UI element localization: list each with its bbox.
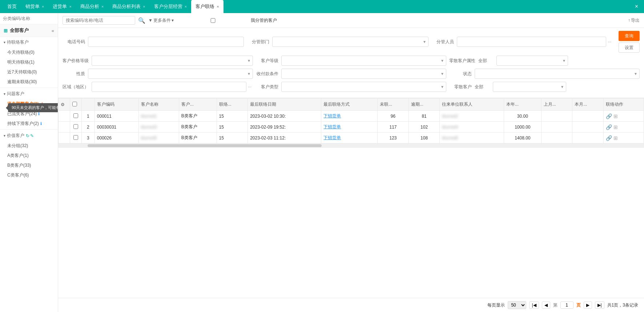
close-sales-tab[interactable]: ×	[42, 4, 44, 9]
sidebar-item-b-class[interactable]: B类客户(33)	[0, 161, 58, 170]
person-dots[interactable]: ···	[606, 39, 613, 44]
person-input[interactable]	[457, 37, 606, 47]
uncontacted-col-header[interactable]: 未联...	[378, 98, 409, 111]
row-last-way-2[interactable]: 下销货单	[321, 133, 378, 143]
unit-contact-col-header[interactable]: 往来单位联系人	[440, 98, 504, 111]
checkbox-col-header[interactable]	[70, 98, 82, 111]
region-input[interactable]	[92, 82, 246, 92]
name-col-header[interactable]: 客户名称	[138, 98, 179, 111]
sidebar-item-declining[interactable]: 持续下滑客户(2) ℹ	[0, 119, 58, 129]
row-unit-contact-1: blurred4	[440, 122, 504, 133]
close-analysis-list-tab[interactable]: ×	[143, 4, 145, 9]
row-checkbox-input-2[interactable]	[73, 135, 78, 140]
sidebar-item-churn-risk[interactable]: 流失预警客户(3) ⚠	[0, 99, 58, 109]
sidebar-item-week[interactable]: 近7天待联络(0)	[0, 67, 58, 77]
close-customer-link-tab[interactable]: ×	[217, 4, 219, 9]
row-checkbox-input-1[interactable]	[73, 124, 78, 129]
this-month-col-header[interactable]: 本月...	[572, 98, 604, 111]
refresh-icon[interactable]: ↻	[26, 133, 29, 138]
tab-customer-link[interactable]: 客户联络 ×	[191, 0, 223, 13]
tab-analysis[interactable]: 商品分析 ×	[76, 0, 108, 13]
action-grid-icon-2[interactable]: ⊞	[613, 135, 618, 141]
row-last-way-0[interactable]: 下销货单	[321, 111, 378, 122]
sidebar-item-churned[interactable]: 已流失客户(24) ℹ	[0, 109, 58, 119]
my-customers-checkbox[interactable]	[177, 18, 249, 23]
sidebar-item-tomorrow[interactable]: 明天待联络(1)	[0, 57, 58, 67]
row-last-way-1[interactable]: 下销货单	[321, 122, 378, 133]
tab-sales[interactable]: 销货单 ×	[21, 0, 48, 13]
filter-price-level: 客户价格等级	[63, 56, 253, 66]
price-level-select[interactable]	[92, 56, 253, 66]
tab-home[interactable]: 首页	[3, 0, 21, 13]
zero-attr-select[interactable]	[496, 56, 568, 66]
payment-label: 收付款条件	[256, 71, 281, 77]
payment-select[interactable]	[281, 69, 446, 79]
this-year-col-header[interactable]: 本年...	[504, 98, 541, 111]
sidebar-item-overdue-pending[interactable]: 逾期未联络(30)	[0, 77, 58, 87]
level-select[interactable]	[281, 56, 446, 66]
sidebar-group-problem[interactable]: ▾ 问题客户	[0, 89, 58, 99]
select-all-checkbox[interactable]	[72, 102, 77, 106]
query-button[interactable]: 查询	[619, 31, 640, 41]
contact-col-header[interactable]: 联络...	[217, 98, 248, 111]
first-page-button[interactable]: |◀	[529, 301, 539, 309]
action-link-icon-1[interactable]: 🔗	[606, 124, 612, 130]
settings-button[interactable]: 设置	[619, 42, 640, 53]
close-purchase-tab[interactable]: ×	[69, 4, 71, 9]
arrow-icon-2: ▾	[4, 92, 5, 96]
row-checkbox-1[interactable]	[70, 122, 82, 133]
code-col-header[interactable]: 客户编码	[94, 98, 138, 111]
collapse-icon[interactable]: «	[52, 28, 54, 33]
last-page-button[interactable]: ▶|	[595, 301, 604, 309]
action-grid-icon-0[interactable]: ⊞	[613, 113, 618, 119]
settings-col-header[interactable]: ⚙	[59, 98, 70, 111]
region-dots[interactable]: ···	[246, 84, 253, 89]
sidebar-search-icon[interactable]: 🔍	[57, 16, 58, 21]
sidebar-item-c-class[interactable]: C类客户(6)	[0, 170, 58, 180]
sidebar-group-value[interactable]: ▾ 价值客户 ↻ ✎	[0, 130, 58, 141]
more-conditions-button[interactable]: ▼ 更多条件 ▾	[148, 17, 174, 24]
nature-select[interactable]	[88, 69, 253, 79]
overdue-col-header[interactable]: 逾期...	[408, 98, 440, 111]
sidebar-all-customers[interactable]: ⊞ 全部客户 «	[0, 24, 58, 37]
close-analysis-tab[interactable]: ×	[101, 4, 104, 9]
arrow-icon: ▾	[4, 40, 5, 44]
sidebar-item-ungroup[interactable]: 未分组(32)	[0, 141, 58, 151]
phone-input[interactable]	[88, 37, 244, 47]
action-link-icon-0[interactable]: 🔗	[606, 113, 612, 119]
row-checkbox-0[interactable]	[70, 111, 82, 122]
sidebar-item-a-class[interactable]: A类客户(1)	[0, 151, 58, 161]
last-month-col-header[interactable]: 上月...	[541, 98, 572, 111]
sidebar-search-input[interactable]	[3, 16, 57, 21]
zero-customer-select[interactable]	[493, 82, 566, 92]
tab-purchase[interactable]: 进货单 ×	[48, 0, 76, 13]
prev-page-button[interactable]: ◀	[542, 301, 550, 309]
close-customer-segment-tab[interactable]: ×	[185, 4, 187, 9]
edit-icon[interactable]: ✎	[30, 133, 34, 138]
page-number-input[interactable]	[560, 301, 573, 309]
status-select[interactable]	[475, 69, 640, 79]
type-col-header[interactable]: 客户...	[179, 98, 217, 111]
per-page-select[interactable]: 50 20 100 200	[508, 301, 526, 309]
my-customers-checkbox-label[interactable]: 我分管的客户	[177, 17, 277, 24]
row-checkbox-input-0[interactable]	[73, 113, 78, 118]
scrollbar-thumb[interactable]	[88, 144, 322, 147]
action-link-icon-2[interactable]: 🔗	[606, 135, 612, 141]
action-grid-icon-1[interactable]: ⊞	[613, 124, 618, 130]
export-button[interactable]: ↑ 导出	[628, 17, 640, 24]
tab-analysis-list[interactable]: 商品分析列表 ×	[108, 0, 149, 13]
search-input[interactable]	[63, 16, 135, 25]
sidebar-item-today[interactable]: 今天待联络(0)	[0, 48, 58, 57]
tab-customer-segment[interactable]: 客户分层经营 ×	[150, 0, 191, 13]
row-checkbox-2[interactable]	[70, 133, 82, 143]
dept-select[interactable]	[272, 37, 428, 47]
search-button[interactable]: 🔍	[138, 17, 145, 24]
customer-type-select[interactable]	[281, 82, 446, 92]
sidebar-group-pending[interactable]: ▾ 待联络客户	[0, 37, 58, 48]
last-contact-date-col-header[interactable]: 最后联络日期	[248, 98, 321, 111]
last-contact-way-col-header[interactable]: 最后联络方式	[321, 98, 378, 111]
next-page-button[interactable]: ▶	[584, 301, 592, 309]
close-all-tabs[interactable]: ×	[632, 3, 641, 10]
table-horizontal-scrollbar[interactable]	[58, 143, 644, 148]
row-last-date-1: 2023-02-09 19:52:	[248, 122, 321, 133]
